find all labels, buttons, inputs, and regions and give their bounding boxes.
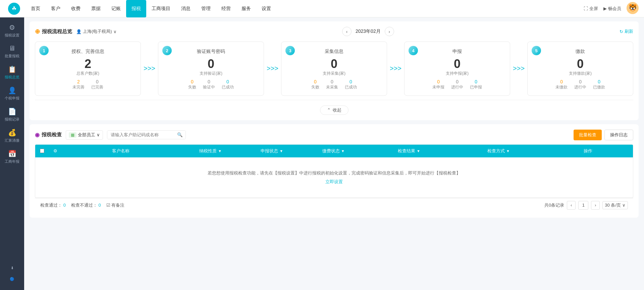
next-month-btn[interactable]: › [385,27,394,36]
filter-icon-result[interactable]: ▼ [417,149,420,153]
th-checkbox[interactable] [35,145,49,156]
sidebar-item-tax-settings[interactable]: ⚙ 报税设置 [0,20,24,41]
next-page-btn[interactable]: › [591,201,600,210]
step-title-3: 采集信息 [288,49,380,55]
step-subtitle-3: 支持采集(家) [288,71,380,76]
refresh-btn[interactable]: ↻ 刷新 [620,28,633,34]
th-declare-status: 申报状态 ▼ [241,145,303,157]
logo: ☘ [5,3,23,15]
sidebar-bottom: ⬇ 🔵 [0,263,24,290]
nav-manage[interactable]: 管理 [196,0,216,17]
tax-check-panel: ◉ 报税检查 ▦ 全部员工 ∨ 🔍 批量检查 操作日志 [30,124,639,218]
step-stat-5-2: 0 已缴款 [593,79,605,90]
empty-message: 若您想使用报税检查功能，请先在【报税设置】中进行报税的初始化设置，完成密码验证和… [200,161,469,194]
filter-icon-method[interactable]: ▼ [506,149,510,153]
batch-check-btn[interactable]: 批量检查 [574,130,602,140]
fail-stat: 检查不通过： 0 [71,202,101,208]
nav-home[interactable]: 首页 [25,0,46,17]
step-num-5: 5 [532,46,541,55]
stat-label-1-1: 已完善 [91,84,103,90]
th-check-result: 检查结果 ▼ [364,145,454,157]
page-size-selector[interactable]: 30 条/页 ∨ [602,201,628,209]
step-stat-1-1: 0 已完善 [91,79,103,90]
member-btn[interactable]: ▶ 畅会员 [603,6,621,12]
nav-accounting[interactable]: 记账 [106,0,126,17]
stat-label-4-1: 进行中 [451,84,463,90]
sidebar-item-settlement[interactable]: 💰 汇算清缴 [0,125,24,146]
step-card-5: 5 缴款 0 支持缴款(家) 0 未缴款 0 进行中 [527,42,633,96]
setup-link[interactable]: 立即设置 [325,179,343,184]
filter-icon-tax[interactable]: ▼ [218,149,222,153]
stat-val-4-1: 0 [456,79,459,84]
select-all-checkbox[interactable] [40,149,44,153]
nav-fee[interactable]: 收费 [66,0,86,17]
overview-title: ⊕ 报税流程总览 [35,28,72,35]
nav-commerce[interactable]: 工商项目 [146,0,176,17]
fail-val[interactable]: 0 [98,203,101,208]
operation-log-btn[interactable]: 操作日志 [604,130,633,140]
step-card-4: 4 申报 0 支持申报(家) 0 未申报 0 进行中 [404,42,510,96]
pass-val[interactable]: 0 [63,203,66,208]
search-icon: 🔍 [177,132,183,137]
prev-month-btn[interactable]: ‹ [342,27,352,36]
th-action: 操作 [543,145,633,157]
check-title-text: 报税检查 [42,132,62,138]
stat-label-5-2: 已缴款 [593,84,605,90]
step-count-2: 0 [165,57,257,71]
stat-val-2-2: 0 [226,79,229,84]
step-stat-1-0: 2 未完善 [72,79,85,90]
filter-icon-pay[interactable]: ▼ [341,149,345,153]
sidebar-item-individual-tax[interactable]: 👤 个税申报 [0,83,24,104]
sidebar-circle[interactable]: 🔵 [0,274,24,285]
sidebar-item-label-batch-tax: 批量报税 [5,54,19,59]
search-btn[interactable]: 🔍 [174,131,185,139]
sidebar-item-tax-records[interactable]: 📄 报税记录 [0,104,24,125]
page-size-chevron: ∨ [622,203,626,208]
sidebar-item-annual-report[interactable]: 📅 工商年报 [0,146,24,167]
svg-text:🐯: 🐯 [629,4,637,12]
sidebar-item-label-tax-settings: 报税设置 [5,33,19,38]
step-stat-5-1: 0 进行中 [574,79,586,90]
stat-val-2-0: 0 [191,79,194,84]
stat-label-3-1: 未采集 [326,84,338,90]
sidebar-item-tax-overview[interactable]: 📋 报税总览 [0,62,24,83]
prev-page-btn[interactable]: ‹ [567,201,576,210]
nav-invoice[interactable]: 票据 [86,0,106,17]
step-num-1: 1 [39,46,49,55]
stat-label-4-0: 未申报 [432,84,444,90]
step-card-3: 3 采集信息 0 支持采集(家) 0 失败 0 未采集 [281,42,387,96]
check-header: ◉ 报税检查 ▦ 全部员工 ∨ 🔍 批量检查 操作日志 [35,130,633,140]
staff-selector[interactable]: ▦ 全部员工 ∨ [66,130,103,140]
step-count-3: 0 [288,57,380,71]
nav-service[interactable]: 服务 [236,0,256,17]
tax-overview-icon: 📋 [8,65,16,73]
search-input[interactable] [107,131,174,139]
step-num-2: 2 [162,46,172,55]
fail-label: 检查不通过： [71,203,97,208]
location-selector[interactable]: 👤 上海(电子税局) ∨ [76,28,117,34]
step-count-1: 2 [42,57,134,71]
nav-message[interactable]: 消息 [176,0,196,17]
collapse-bar: ⌃ 收起 [35,105,633,115]
nav-settings[interactable]: 设置 [256,0,276,17]
nav-operation[interactable]: 经营 [216,0,236,17]
step-stat-4-1: 0 进行中 [451,79,463,90]
tax-check-table: ⚙ 客户名称 纳税性质 ▼ 申报状态 ▼ 缴费状态 ▼ [35,144,633,198]
filter-icon-declare[interactable]: ▼ [279,149,283,153]
nav-tax[interactable]: 报税 [126,0,146,17]
step-subtitle-2: 支持验证(家) [165,71,257,76]
fullscreen-btn[interactable]: ⛶ 全屏 [584,6,598,12]
fullscreen-icon: ⛶ [584,6,588,11]
step-title-4: 申报 [411,49,503,55]
check-title: ◉ 报税检查 [35,132,62,138]
nav-customer[interactable]: 客户 [46,0,66,17]
step-subtitle-4: 支持申报(家) [411,71,503,76]
step-count-5: 0 [534,57,626,71]
sidebar-download[interactable]: ⬇ [0,263,24,274]
member-icon: ▶ [603,6,607,11]
check-actions: 批量检查 操作日志 [574,130,633,140]
sidebar-item-batch-tax[interactable]: 🖥 批量报税 [0,41,24,62]
collapse-btn[interactable]: ⌃ 收起 [320,105,348,115]
th-settings[interactable]: ⚙ [49,145,62,157]
stat-val-3-1: 0 [331,79,333,84]
